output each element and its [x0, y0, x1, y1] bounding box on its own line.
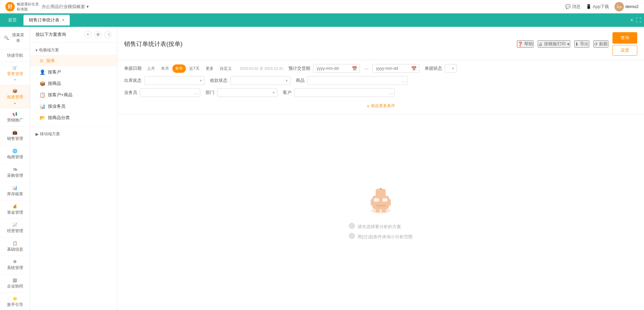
salesman-ellipsis-btn[interactable]: ... — [194, 90, 198, 95]
nav-arrow-icon[interactable]: ▾ — [87, 4, 89, 9]
avatar: Ea — [614, 2, 624, 11]
sidebar-item-sales[interactable]: 💼 销售管理 — [0, 127, 30, 145]
section-arrow-icon: ▾ — [36, 48, 38, 53]
date-end-input[interactable] — [372, 64, 419, 73]
header-right: ❓ 帮助 🖨 按模板打印 ▾ ⬇ 导出 — [517, 32, 637, 56]
sidebar-item-finance[interactable]: 💰 资金管理 — [0, 201, 30, 219]
customer-input[interactable] — [294, 88, 395, 97]
sidebar-item-retail[interactable]: 🛒 零售管理 ▾ — [0, 62, 30, 85]
empty-state: 1 请先选择要分析的方案 2 用[过滤]条件来缩小分析范围 — [117, 114, 644, 310]
filter-settings-btn[interactable]: 设置 — [612, 45, 637, 56]
ecommerce-icon: 🌐 — [12, 149, 17, 153]
date-tab-this-year[interactable]: 本年 — [172, 64, 186, 73]
app-download-btn[interactable]: 📱 App下载 — [586, 4, 609, 10]
plan-item-by-category[interactable]: 📂 按商品分类 — [30, 112, 117, 123]
logo-area: 好 畅捷通好生意 标准版 — [5, 2, 39, 11]
tab-home[interactable]: 首页 — [3, 15, 22, 25]
finance-icon: 💰 — [12, 204, 17, 209]
retail-icon: 🛒 — [12, 65, 17, 70]
collapse-panel-btn[interactable]: 《 — [104, 31, 112, 38]
sidebar-item-enterprise[interactable]: 🏢 企业协同 — [0, 274, 30, 293]
filter-area: 单据日期 上月 本月 本年 近7天 更多 自定义 2023-01-01 至 20… — [117, 60, 644, 114]
sidebar-item-newbie[interactable]: 🌟 新手引导 — [0, 293, 30, 310]
svg-rect-8 — [388, 199, 391, 206]
refresh-btn[interactable]: ↺ 刷新 — [593, 40, 608, 48]
plan-item-by-order[interactable]: ⊙ 按单 — [30, 55, 117, 66]
message-btn[interactable]: 💬 消息 — [565, 4, 581, 10]
payment-select[interactable] — [230, 76, 290, 85]
department-select[interactable] — [217, 88, 277, 97]
svg-rect-7 — [371, 199, 373, 206]
user-area[interactable]: Ea demo2 — [614, 2, 639, 11]
plan-item-by-customer[interactable]: 👤 按客户 — [30, 66, 117, 78]
date-tab-this-month[interactable]: 本月 — [158, 64, 172, 73]
salesman-input[interactable] — [140, 88, 200, 97]
username: demo2 — [625, 4, 639, 9]
date-label: 单据日期 — [124, 65, 142, 71]
date-end-wrap: 📅 — [372, 64, 419, 73]
shipment-select[interactable] — [144, 76, 205, 85]
sidebar-item-ecommerce[interactable]: 🌐 电商管理 — [0, 145, 30, 164]
query-btn[interactable]: 查询 — [612, 32, 637, 44]
tab-close-icon[interactable]: × — [62, 18, 64, 22]
help-btn[interactable]: ❓ 帮助 — [517, 40, 534, 48]
tabbar-right: × ⛶ — [630, 17, 641, 23]
settings-plan-btn[interactable]: ⚙ — [94, 31, 102, 38]
empty-tip-2: 2 用[过滤]条件来缩小分析范围 — [349, 232, 412, 241]
svg-rect-4 — [376, 205, 386, 206]
search-menu-btn[interactable]: 🔍 搜索菜单 — [3, 30, 27, 46]
date-tab-custom[interactable]: 自定义 — [217, 64, 234, 73]
export-btn[interactable]: ⬇ 导出 — [574, 40, 589, 48]
logo-icon: 好 — [5, 2, 15, 11]
date-tab-last7[interactable]: 近7天 — [186, 64, 202, 73]
status-label: 单据状态 — [425, 65, 442, 71]
sidebar-item-operation[interactable]: 📈 经营管理 — [0, 219, 30, 238]
customer-ellipsis-btn[interactable]: ... — [389, 90, 393, 95]
by-category-icon: 📂 — [40, 115, 45, 120]
left-panel-actions: + ⚙ 《 — [84, 31, 112, 38]
sidebar-item-basic[interactable]: 📋 基础信息 — [0, 238, 30, 256]
system-icon: ⚙ — [13, 259, 17, 264]
window-expand-btn[interactable]: ⛶ — [636, 17, 641, 23]
status-select[interactable] — [445, 64, 457, 73]
operation-icon: 📈 — [12, 222, 17, 227]
mobile-section-title[interactable]: ▶ 移动端方案 — [30, 129, 117, 139]
marketing-icon: 📢 — [12, 112, 17, 116]
salesman-label: 业务员 — [124, 90, 137, 96]
sidebar-item-wholesale[interactable]: 📦 批发管理 ▴ — [0, 85, 30, 108]
add-plan-btn[interactable]: + — [84, 31, 92, 38]
sidebar-item-marketing[interactable]: 📢 营销推广 — [0, 108, 30, 127]
filter-row-3: 业务员 ... 部门 — [124, 88, 637, 97]
plan-item-by-salesman[interactable]: 📊 按业务员 — [30, 101, 117, 112]
sidebar-item-purchase[interactable]: 🛍 采购管理 — [0, 164, 30, 182]
left-panel-header: 按以下方案查询 + ⚙ 《 — [30, 27, 117, 43]
window-close-btn[interactable]: × — [630, 17, 633, 23]
mobile-arrow-icon: ▶ — [36, 132, 39, 137]
topbar-nav[interactable]: 办公用品行业模拟账套 ▾ — [42, 4, 89, 10]
goods-input[interactable] — [307, 76, 408, 85]
by-cg-icon: 📋 — [40, 92, 45, 98]
collapse-more-btn[interactable]: ∧ 收起更多条件 — [367, 103, 395, 109]
left-panel-title: 按以下方案查询 — [36, 32, 66, 38]
print-btn[interactable]: 🖨 按模板打印 ▾ — [538, 40, 570, 48]
date-start-input[interactable] — [313, 64, 360, 73]
main-layout: 🔍 搜索菜单 快捷导航 🛒 零售管理 ▾ 📦 批发管理 ▴ 📢 营销推广 💼 销… — [0, 27, 644, 310]
by-salesman-icon: 📊 — [40, 104, 45, 109]
svg-point-6 — [380, 188, 382, 190]
filter-row-2: 出库状态 收款状态 — [124, 76, 637, 85]
goods-label: 商品 — [296, 78, 305, 84]
goods-ellipsis-btn[interactable]: ... — [402, 78, 406, 83]
sidebar-search: 🔍 搜索菜单 — [0, 27, 30, 49]
refresh-icon: ↺ — [594, 42, 598, 47]
mobile-section: ▶ 移动端方案 — [30, 126, 117, 142]
sidebar-shortcut[interactable]: 快捷导航 — [0, 49, 30, 62]
plan-item-by-customer-goods[interactable]: 📋 按客户+商品 — [30, 89, 117, 101]
date-tab-last-month[interactable]: 上月 — [144, 64, 158, 73]
tab-sales-order[interactable]: 销售订单统计表 × — [23, 15, 70, 25]
customer-filter-group: 客户 ... — [283, 88, 395, 97]
sidebar-item-inventory[interactable]: 📊 库存核算 — [0, 182, 30, 201]
plan-item-by-goods[interactable]: 📦 按商品 — [30, 78, 117, 89]
date-tab-more[interactable]: 更多 — [203, 64, 216, 73]
date-filter-group: 单据日期 上月 本月 本年 近7天 更多 自定义 2023-01-01 至 20… — [124, 64, 283, 73]
sidebar-item-system[interactable]: ⚙ 系统管理 — [0, 256, 30, 274]
